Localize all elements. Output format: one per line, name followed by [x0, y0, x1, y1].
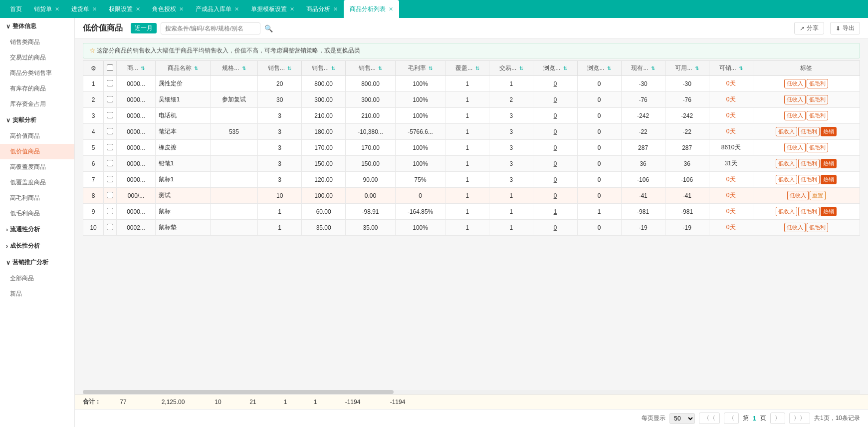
- sidebar-item-low-margin[interactable]: 低毛利商品: [0, 206, 74, 221]
- next-page-button[interactable]: 〉: [770, 413, 785, 424]
- prev-page-button[interactable]: 〈: [724, 413, 739, 424]
- nav-product-analysis-list[interactable]: 商品分析列表 ✕: [344, 0, 399, 18]
- row-browse1[interactable]: 0: [533, 92, 577, 108]
- sidebar-section-marketing[interactable]: ∨ 营销推广分析: [0, 254, 74, 271]
- sidebar-section-liquidity[interactable]: › 流通性分析: [0, 221, 74, 238]
- row-name[interactable]: 属性定价: [155, 76, 210, 92]
- close-icon[interactable]: ✕: [92, 6, 97, 12]
- row-name[interactable]: 吴细细1: [155, 92, 210, 108]
- nav-purchase-order[interactable]: 进货单 ✕: [65, 0, 103, 18]
- close-icon[interactable]: ✕: [389, 6, 393, 12]
- row-select-checkbox[interactable]: [107, 224, 113, 230]
- row-browse1[interactable]: 0: [533, 220, 577, 236]
- sidebar-item-high-value[interactable]: 高价值商品: [0, 128, 74, 144]
- sidebar-item-low-coverage[interactable]: 低覆盖度商品: [0, 175, 74, 190]
- col-current[interactable]: 现有... ⇅: [621, 61, 665, 76]
- col-browse2[interactable]: 浏览... ⇅: [577, 61, 621, 76]
- sidebar-section-growth[interactable]: › 成长性分析: [0, 238, 74, 254]
- close-icon[interactable]: ✕: [55, 6, 59, 12]
- last-page-button[interactable]: 〉〉: [789, 413, 810, 424]
- row-browse1[interactable]: 0: [533, 76, 577, 92]
- row-name[interactable]: 铅笔1: [155, 156, 210, 172]
- row-checkbox[interactable]: [104, 220, 117, 236]
- sidebar-item-low-value[interactable]: 低价值商品: [0, 144, 74, 159]
- row-browse1[interactable]: 1: [533, 204, 577, 220]
- col-sales-qty[interactable]: 销售... ⇅: [258, 61, 302, 76]
- nav-sales-order[interactable]: 销货单 ✕: [28, 0, 65, 18]
- row-browse1[interactable]: 0: [533, 124, 577, 140]
- col-gross-rate[interactable]: 毛利率 ⇅: [395, 61, 445, 76]
- col-name[interactable]: 商品名称 ⇅: [155, 61, 210, 76]
- sidebar-item-traded-goods[interactable]: 交易过的商品: [0, 50, 74, 65]
- col-available[interactable]: 可用... ⇅: [665, 61, 709, 76]
- row-name[interactable]: 测试: [155, 188, 210, 204]
- row-browse1[interactable]: 0: [533, 156, 577, 172]
- row-select-checkbox[interactable]: [107, 176, 113, 182]
- row-browse1[interactable]: 0: [533, 108, 577, 124]
- row-name[interactable]: 电话机: [155, 108, 210, 124]
- row-checkbox[interactable]: [104, 140, 117, 156]
- row-name[interactable]: 鼠标: [155, 204, 210, 220]
- row-select-checkbox[interactable]: [107, 112, 113, 118]
- row-name[interactable]: 笔记本: [155, 124, 210, 140]
- row-name[interactable]: 鼠标垫: [155, 220, 210, 236]
- row-select-checkbox[interactable]: [107, 80, 113, 86]
- row-checkbox[interactable]: [104, 204, 117, 220]
- row-select-checkbox[interactable]: [107, 208, 113, 214]
- sidebar-item-high-margin[interactable]: 高毛利商品: [0, 190, 74, 206]
- scrollbar-thumb[interactable]: [83, 390, 394, 394]
- sidebar-item-inventory-goods[interactable]: 有库存的商品: [0, 81, 74, 96]
- sidebar-item-high-coverage[interactable]: 高覆盖度商品: [0, 159, 74, 175]
- row-browse1[interactable]: 0: [533, 188, 577, 204]
- col-sales-cost[interactable]: 销售... ⇅: [346, 61, 396, 76]
- row-checkbox[interactable]: [104, 76, 117, 92]
- sidebar-section-contribution[interactable]: ∨ 贡献分析: [0, 112, 74, 128]
- col-browse1[interactable]: 浏览... ⇅: [533, 61, 577, 76]
- col-coverage[interactable]: 覆盖... ⇅: [445, 61, 489, 76]
- col-settings[interactable]: ⚙: [83, 61, 104, 76]
- sidebar-item-all-goods[interactable]: 全部商品: [0, 271, 74, 286]
- row-name[interactable]: 橡皮擦: [155, 140, 210, 156]
- close-icon[interactable]: ✕: [179, 6, 184, 12]
- nav-home[interactable]: 首页: [4, 0, 28, 18]
- close-icon[interactable]: ✕: [290, 6, 294, 12]
- per-page-select[interactable]: 50 100 200: [669, 413, 695, 424]
- sidebar-item-sales-goods[interactable]: 销售类商品: [0, 34, 74, 50]
- row-checkbox[interactable]: [104, 156, 117, 172]
- nav-product-analysis[interactable]: 商品分析 ✕: [300, 0, 344, 18]
- search-icon[interactable]: 🔍: [264, 24, 273, 32]
- horizontal-scrollbar[interactable]: [83, 390, 860, 394]
- row-checkbox[interactable]: [104, 188, 117, 204]
- export-button[interactable]: ⬇ 导出: [830, 22, 860, 34]
- row-name[interactable]: 鼠标1: [155, 172, 210, 188]
- first-page-button[interactable]: 〈〈: [699, 413, 720, 424]
- sidebar-item-new-goods[interactable]: 新品: [0, 286, 74, 302]
- col-salable[interactable]: 可销... ⇅: [709, 61, 753, 76]
- col-checkbox[interactable]: [104, 61, 117, 76]
- row-browse1[interactable]: 0: [533, 172, 577, 188]
- share-button[interactable]: ↗ 分享: [794, 22, 824, 34]
- sidebar-section-overview[interactable]: ∨ 整体信息: [0, 18, 74, 34]
- nav-roles[interactable]: 角色授权 ✕: [146, 0, 190, 18]
- row-select-checkbox[interactable]: [107, 96, 113, 102]
- period-button[interactable]: 近一月: [131, 23, 157, 33]
- col-tags[interactable]: 标签: [753, 61, 860, 76]
- row-select-checkbox[interactable]: [107, 128, 113, 134]
- row-select-checkbox[interactable]: [107, 160, 113, 166]
- row-checkbox[interactable]: [104, 124, 117, 140]
- close-icon[interactable]: ✕: [234, 6, 239, 12]
- col-sales-price[interactable]: 销售... ⇅: [302, 61, 346, 76]
- search-input[interactable]: [161, 22, 260, 34]
- row-checkbox[interactable]: [104, 92, 117, 108]
- row-checkbox[interactable]: [104, 172, 117, 188]
- select-all-checkbox[interactable]: [107, 64, 113, 71]
- close-icon[interactable]: ✕: [333, 6, 338, 12]
- sidebar-item-inventory-capital[interactable]: 库存资金占用: [0, 96, 74, 112]
- row-select-checkbox[interactable]: [107, 144, 113, 150]
- nav-product-entry[interactable]: 产成品入库单 ✕: [190, 0, 245, 18]
- row-browse1[interactable]: 0: [533, 140, 577, 156]
- nav-template-settings[interactable]: 单据模板设置 ✕: [245, 0, 300, 18]
- row-select-checkbox[interactable]: [107, 192, 113, 198]
- col-code[interactable]: 商... ⇅: [117, 61, 156, 76]
- col-spec[interactable]: 规格... ⇅: [210, 61, 257, 76]
